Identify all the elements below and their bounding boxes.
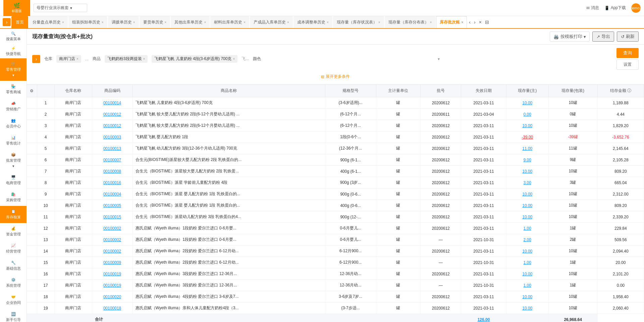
row-qty-main[interactable]: 10.00 [506, 268, 548, 280]
tab-close-1[interactable]: × [62, 20, 64, 24]
app-download-btn[interactable]: 📱 App下载 [604, 5, 626, 11]
tab-nav-right[interactable]: › [473, 19, 477, 25]
tab-close-4[interactable]: × [165, 20, 167, 24]
row-qty-main[interactable]: 9.00 [506, 154, 548, 166]
tab-expand-btn[interactable]: › [3, 18, 11, 26]
row-code[interactable]: 00100012 [92, 120, 132, 131]
tab-9[interactable]: 现存量（库存状况表） × [333, 16, 384, 28]
row-code[interactable]: 00100019 [92, 268, 132, 280]
tab-close-2[interactable]: × [102, 20, 104, 24]
row-qty-main[interactable]: 1.00 [506, 280, 548, 291]
sidebar-item-sys[interactable]: ⚙️ 系统管理 [0, 274, 26, 291]
row-qty-main[interactable]: -39.00 [506, 131, 548, 143]
sidebar-item-retail[interactable]: 🛒 零售管理 ▾ [0, 58, 26, 81]
row-code[interactable]: 00100012 [92, 109, 132, 120]
row-code[interactable]: 00100002 [92, 234, 132, 246]
tab-8[interactable]: 成本调整单历史 × [293, 16, 332, 28]
sidebar-item-purchase[interactable]: 🛍️ 采购管理 [0, 189, 26, 206]
row-qty-main[interactable]: 10.00 [506, 120, 548, 131]
warehouse-tag-close[interactable]: × [76, 57, 78, 61]
row-qty-main[interactable]: 2.00 [506, 234, 548, 246]
tab-close-7[interactable]: × [287, 20, 289, 24]
sidebar-search[interactable]: 🔍 搜索英单 [0, 29, 26, 44]
row-qty-main[interactable]: 1.00 [506, 223, 548, 234]
tab-home[interactable]: 首页 [11, 16, 28, 28]
tab-2[interactable]: 组装拆卸单历史 × [68, 16, 107, 28]
sidebar-item-biz[interactable]: 📈 经营管理 [0, 240, 26, 257]
tab-7[interactable]: 产成品入库单历史 × [250, 16, 293, 28]
sidebar-item-mall[interactable]: 🏪 零售商城 [0, 81, 26, 98]
sidebar-item-base[interactable]: 🔧 基础信息 [0, 257, 26, 274]
warehouse-more[interactable]: ... [85, 57, 89, 61]
tab-3[interactable]: 调拨单历史 × [108, 16, 139, 28]
query-button[interactable]: 查询 [616, 48, 639, 58]
export-button[interactable]: ↗ 导出 [592, 32, 614, 42]
tab-close-10[interactable]: × [430, 20, 432, 24]
row-qty-main[interactable]: 10.00 [506, 189, 548, 200]
sidebar-nav[interactable]: ⚡ 快捷导航 [0, 44, 26, 58]
tab-close-5[interactable]: × [204, 20, 206, 24]
sidebar-item-collab[interactable]: 🤝 企业协同 [0, 291, 26, 309]
sidebar-item-members[interactable]: 👥 会员中心 [0, 115, 26, 132]
tab-6[interactable]: 材料出库单历史 × [210, 16, 249, 28]
tab-11[interactable]: 库存批次账 × [436, 16, 467, 28]
expand-conditions[interactable]: ⊞ 展开更多条件 [32, 72, 639, 81]
row-code[interactable]: 00100013 [92, 143, 132, 154]
row-code[interactable]: 00100002 [92, 223, 132, 234]
tab-10[interactable]: 现存量（库存分布表） × [385, 16, 436, 28]
tab-close-6[interactable]: × [244, 20, 246, 24]
row-code[interactable]: 00100018 [92, 303, 132, 314]
tab-close-9[interactable]: × [378, 20, 380, 24]
sidebar-item-ecom[interactable]: 🖥️ 电商管理 [0, 172, 26, 189]
org-selector[interactable]: 母婴行业演示账套 ▾ [34, 4, 87, 12]
row-code[interactable]: 00100005 [92, 200, 132, 211]
tab-4[interactable]: 要货单历史 × [140, 16, 170, 28]
tab-close-8[interactable]: × [327, 20, 329, 24]
row-qty-main[interactable]: 1.00 [506, 257, 548, 268]
row-qty-main[interactable]: 10.00 [506, 291, 548, 303]
row-qty-main[interactable]: 11.00 [506, 143, 548, 154]
row-code[interactable]: 00100016 [92, 177, 132, 189]
product-tag-1-close[interactable]: × [143, 57, 145, 61]
row-qty-main[interactable]: 0.00 [506, 109, 548, 120]
avatar[interactable]: demo2 [631, 3, 641, 13]
product-tag-2-close[interactable]: × [233, 57, 235, 61]
settings-button[interactable]: 设置 [616, 59, 639, 70]
row-code[interactable]: 00100019 [92, 280, 132, 291]
color-arrow[interactable]: ▾ [438, 57, 440, 61]
tab-nav-left[interactable]: ‹ [468, 19, 472, 25]
row-code[interactable]: 00100009 [92, 257, 132, 268]
row-qty-main[interactable]: 3.00 [506, 177, 548, 189]
sidebar-item-wholesale[interactable]: 📦 批发管理 ▾ [0, 149, 26, 172]
sidebar-item-finance[interactable]: 💰 资金管理 [0, 223, 26, 240]
sidebar-item-inventory[interactable]: 📋 库存核算 [0, 206, 26, 223]
row-code[interactable]: 00100015 [92, 211, 132, 223]
refresh-button[interactable]: ↺ 刷新 [617, 32, 639, 42]
row-qty-main[interactable]: 10.00 [506, 303, 548, 314]
sidebar-item-marketing[interactable]: 📣 营销推广 [0, 98, 26, 115]
tab-minimize[interactable]: ⊟ [484, 19, 490, 25]
tab-1[interactable]: 分量盘点单历史 × [29, 16, 68, 28]
row-code[interactable]: 00100007 [92, 154, 132, 166]
row-qty-main[interactable]: 10.00 [506, 200, 548, 211]
row-code[interactable]: 00100003 [92, 131, 132, 143]
row-qty-main[interactable]: 10.00 [506, 246, 548, 257]
tab-close-11[interactable]: × [461, 20, 463, 24]
product-more[interactable]: 飞... [241, 56, 249, 62]
row-code[interactable]: 00100004 [92, 189, 132, 200]
tab-close-3[interactable]: × [133, 20, 135, 24]
tab-close-all[interactable]: × [478, 19, 483, 25]
msg-btn[interactable]: ✉ 消息 [586, 5, 599, 11]
row-qty-main[interactable]: 10.00 [506, 211, 548, 223]
sidebar-item-stats[interactable]: 📊 零售统计 [0, 132, 26, 149]
filter-expand-btn[interactable]: › [32, 55, 40, 63]
row-code[interactable]: 00100002 [92, 246, 132, 257]
row-code[interactable]: 00100008 [92, 166, 132, 177]
row-code[interactable]: 00100020 [92, 291, 132, 303]
print-button[interactable]: 🖨️ 按模板打印 ▾ [550, 32, 590, 42]
row-qty-main[interactable]: 10.00 [506, 97, 548, 109]
row-code[interactable]: 00100014 [92, 97, 132, 109]
row-qty-main[interactable]: 10.00 [506, 166, 548, 177]
tab-5[interactable]: 其他出库单历史 × [171, 16, 210, 28]
sidebar-item-guide[interactable]: 🆕 新手引导 [0, 309, 26, 322]
